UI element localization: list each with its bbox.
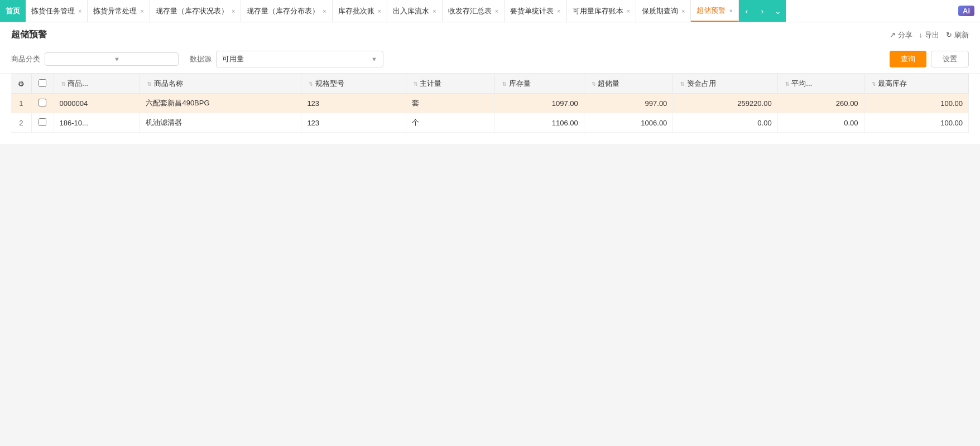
tab-11-close[interactable]: × <box>729 7 732 14</box>
tab-4-close[interactable]: × <box>323 8 326 14</box>
tab-10-label: 保质期查询 <box>642 6 678 16</box>
tab-1-close[interactable]: × <box>78 8 81 14</box>
col-overflow-header[interactable]: ⇅ 超储量 <box>584 74 673 94</box>
col-avg-header[interactable]: ⇅ 平均... <box>777 74 864 94</box>
row-max-stock: 100.00 <box>864 113 968 133</box>
col-product-code-label: 商品... <box>68 79 88 88</box>
tab-2-label: 拣货异常处理 <box>93 6 137 16</box>
gear-icon: ⚙ <box>18 80 25 88</box>
tab-8-label: 要货单统计表 <box>510 6 554 16</box>
datasource-value: 可用量 <box>222 54 244 64</box>
tab-11[interactable]: 超储预警 × <box>691 0 738 22</box>
tab-10-close[interactable]: × <box>681 8 685 14</box>
col-capital-label: 资金占用 <box>687 79 716 88</box>
share-icon: ↗ <box>890 31 896 39</box>
settings-button[interactable]: 设置 <box>931 51 969 67</box>
tab-8[interactable]: 要货单统计表 × <box>505 0 566 22</box>
row-checkbox-1[interactable] <box>39 118 46 126</box>
tab-10[interactable]: 保质期查询 × <box>636 0 691 22</box>
nav-next-arrow[interactable]: › <box>755 0 770 22</box>
sort-icon-9: ⇅ <box>872 81 876 87</box>
col-settings[interactable]: ⚙ <box>11 74 31 94</box>
nav-arrows: ‹ › ⌄ <box>739 0 786 22</box>
export-icon: ↓ <box>919 31 923 39</box>
select-all-checkbox[interactable] <box>39 79 46 87</box>
sort-icon-6: ⇅ <box>592 81 596 87</box>
tab-4[interactable]: 现存量（库存分布表） × <box>241 0 332 22</box>
export-button[interactable]: ↓ 导出 <box>919 30 940 40</box>
col-unit-header[interactable]: ⇅ 主计量 <box>406 74 495 94</box>
table-row: 2 186-10... 机油滤清器 123 个 1106.00 1006.00 … <box>11 113 969 133</box>
table-body: 1 0000004 六配套新昌490BPG 123 套 1097.00 997.… <box>11 94 969 133</box>
nav-prev-arrow[interactable]: ‹ <box>739 0 755 22</box>
col-overflow-label: 超储量 <box>598 79 619 88</box>
col-spec-label: 规格型号 <box>315 79 344 88</box>
tab-9[interactable]: 可用量库存账本 × <box>567 0 636 22</box>
col-max-header[interactable]: ⇅ 最高库存 <box>864 74 968 94</box>
header-actions: ↗ 分享 ↓ 导出 ↻ 刷新 <box>890 30 969 40</box>
sort-icon-5: ⇅ <box>502 81 507 87</box>
refresh-button[interactable]: ↻ 刷新 <box>946 30 969 40</box>
row-capital: 0.00 <box>673 113 777 133</box>
tab-7[interactable]: 收发存汇总表 × <box>443 0 505 22</box>
col-unit-label: 主计量 <box>420 79 441 88</box>
nav-home[interactable]: 首页 <box>0 0 26 22</box>
col-product-code-header[interactable]: ⇅ 商品... <box>54 74 140 94</box>
tab-2[interactable]: 拣货异常处理 × <box>88 0 150 22</box>
row-checkbox-0[interactable] <box>39 99 46 106</box>
col-avg-label: 平均... <box>791 79 812 88</box>
datasource-select[interactable]: 可用量 ▼ <box>216 51 383 67</box>
row-checkbox-cell[interactable] <box>31 94 54 113</box>
tab-9-close[interactable]: × <box>627 8 630 14</box>
table-header-row: ⚙ ⇅ 商品... ⇅ 商品名称 ⇅ 规格型号 ⇅ <box>11 74 969 94</box>
row-settings-cell: 1 <box>11 94 31 113</box>
export-label: 导出 <box>925 30 939 40</box>
row-product-name: 机油滤清器 <box>140 113 301 133</box>
row-spec: 123 <box>301 94 406 113</box>
page-title: 超储预警 <box>11 29 47 41</box>
category-select[interactable]: ▼ <box>45 52 179 66</box>
tab-8-close[interactable]: × <box>557 8 560 14</box>
table-container: ⚙ ⇅ 商品... ⇅ 商品名称 ⇅ 规格型号 ⇅ <box>0 74 980 144</box>
tab-5[interactable]: 库存批次账 × <box>333 0 387 22</box>
tab-5-close[interactable]: × <box>378 8 381 14</box>
col-product-name-header[interactable]: ⇅ 商品名称 <box>140 74 301 94</box>
tab-1[interactable]: 拣货任务管理 × <box>26 0 88 22</box>
col-capital-header[interactable]: ⇅ 资金占用 <box>673 74 777 94</box>
sort-icon: ⇅ <box>61 81 66 87</box>
category-arrow-icon: ▼ <box>114 56 172 62</box>
tab-3[interactable]: 现存量（库存状况表） × <box>150 0 241 22</box>
tab-2-close[interactable]: × <box>140 8 143 14</box>
row-checkbox-cell[interactable] <box>31 113 54 133</box>
tab-6[interactable]: 出入库流水 × <box>387 0 442 22</box>
tab-7-close[interactable]: × <box>495 8 498 14</box>
row-spec: 123 <box>301 113 406 133</box>
sort-icon-2: ⇅ <box>147 81 152 87</box>
row-overflow: 1006.00 <box>584 113 673 133</box>
row-unit: 套 <box>406 94 495 113</box>
col-spec-header[interactable]: ⇅ 规格型号 <box>301 74 406 94</box>
refresh-icon: ↻ <box>946 31 952 39</box>
ai-badge[interactable]: Ai <box>958 6 974 16</box>
row-unit: 个 <box>406 113 495 133</box>
col-stock-header[interactable]: ⇅ 库存量 <box>495 74 584 94</box>
share-button[interactable]: ↗ 分享 <box>890 30 912 40</box>
col-checkbox-header[interactable] <box>31 74 54 94</box>
share-label: 分享 <box>898 30 912 40</box>
row-avg: 0.00 <box>777 113 864 133</box>
col-product-name-label: 商品名称 <box>154 79 183 88</box>
row-max-stock: 100.00 <box>864 94 968 113</box>
tab-1-label: 拣货任务管理 <box>31 6 75 16</box>
category-label: 商品分类 <box>11 54 40 64</box>
datasource-arrow-icon: ▼ <box>371 56 377 62</box>
sort-icon-8: ⇅ <box>785 81 790 87</box>
data-table: ⚙ ⇅ 商品... ⇅ 商品名称 ⇅ 规格型号 ⇅ <box>11 74 969 133</box>
page-header: 超储预警 ↗ 分享 ↓ 导出 ↻ 刷新 <box>0 22 980 45</box>
row-product-code: 0000004 <box>54 94 140 113</box>
nav-menu-arrow[interactable]: ⌄ <box>770 0 786 22</box>
tab-3-close[interactable]: × <box>232 8 235 14</box>
tab-6-close[interactable]: × <box>433 8 436 14</box>
tab-9-label: 可用量库存账本 <box>573 6 623 16</box>
tab-3-label: 现存量（库存状况表） <box>156 6 228 16</box>
query-button[interactable]: 查询 <box>890 51 926 67</box>
